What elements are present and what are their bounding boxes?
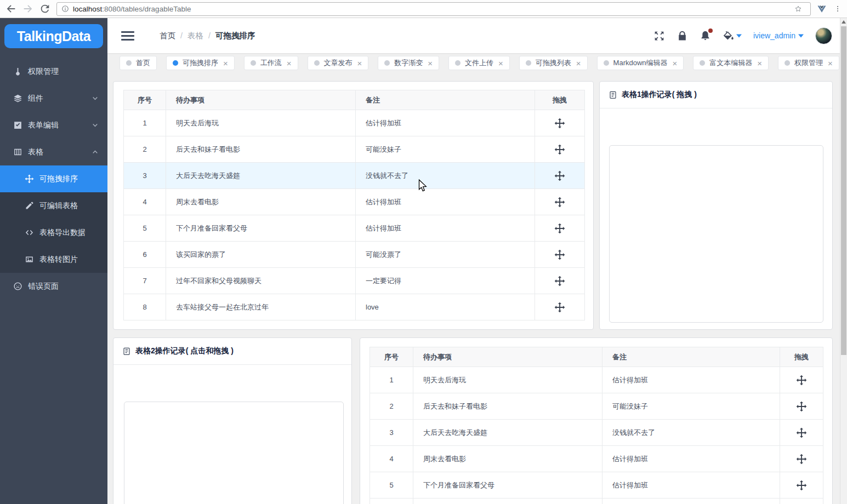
draggable-table-2: 序号待办事项备注拖拽1明天去后海玩估计得加班2后天去和妹子看电影可能没妹子3大后… (370, 347, 823, 504)
drag-handle-icon[interactable] (554, 118, 565, 129)
sidebar-item[interactable]: 表格 (0, 139, 107, 165)
logo[interactable]: TalkingData (0, 18, 107, 54)
table-row[interactable]: 3大后天去吃海天盛筵没钱就不去了 (124, 163, 585, 189)
bookmark-star-icon[interactable] (794, 5, 802, 13)
username: iview_admin (753, 31, 795, 40)
tab-可拖拽列表[interactable]: 可拖拽列表× (519, 56, 588, 70)
table-row[interactable]: 4周末去看电影估计得加班 (124, 189, 585, 215)
tab-Markdown编辑器[interactable]: Markdown编辑器× (597, 56, 684, 70)
table-row[interactable]: 7过年不回家和父母视频聊天一定要记得 (124, 268, 585, 294)
tab-label: 数字渐变 (394, 58, 423, 68)
tab-dot-icon (384, 60, 390, 66)
table-row[interactable]: 4周末去看电影估计得加班 (370, 446, 823, 472)
tab-close-icon[interactable]: × (428, 59, 433, 67)
tab-文章发布[interactable]: 文章发布× (308, 56, 369, 70)
cell-index: 8 (124, 294, 166, 320)
breadcrumb-item[interactable]: 表格 (187, 31, 203, 41)
tab-close-icon[interactable]: × (498, 59, 503, 67)
browser-forward-icon[interactable] (22, 3, 34, 15)
tables-icon (13, 147, 22, 157)
tab-close-icon[interactable]: × (757, 59, 762, 67)
cell-index: 2 (370, 393, 413, 420)
cell-index: 3 (370, 420, 413, 446)
tab-close-icon[interactable]: × (287, 59, 292, 67)
table-row[interactable]: 8去车站接父母一起在北京过年love (124, 294, 585, 320)
tab-close-icon[interactable]: × (828, 59, 833, 67)
drag-sort-icon (25, 174, 34, 184)
hamburger-menu-icon[interactable] (121, 31, 134, 41)
drag-handle-icon[interactable] (796, 427, 807, 438)
address-bar[interactable]: localhost:8080/tables/dragableTable (56, 2, 811, 16)
table-row[interactable]: 1明天去后海玩估计得加班 (124, 110, 585, 136)
scrollbar-thumb[interactable] (841, 26, 846, 355)
scroll-up-icon[interactable] (840, 18, 847, 26)
page-scrollbar[interactable] (840, 18, 847, 504)
sidebar-item[interactable]: 可拖拽排序 (0, 165, 107, 192)
table-row[interactable]: 6该买回家的票了可能没票了 (124, 242, 585, 268)
drag-handle-icon[interactable] (554, 197, 565, 208)
cell-drag (780, 393, 823, 420)
browser-refresh-icon[interactable] (39, 3, 51, 15)
tab-富文本编辑器[interactable]: 富文本编辑器× (693, 56, 769, 70)
drag-handle-icon[interactable] (796, 480, 807, 491)
cell-index: 3 (124, 163, 166, 189)
table-row[interactable]: 2后天去和妹子看电影可能没妹子 (370, 393, 823, 420)
tab-首页[interactable]: 首页 (120, 56, 157, 70)
browser-back-icon[interactable] (5, 3, 17, 15)
drag-handle-icon[interactable] (554, 276, 565, 287)
theme-switch-dropdown[interactable] (723, 30, 742, 42)
info-icon[interactable] (61, 5, 69, 13)
table-row[interactable]: 3大后天去吃海天盛筵没钱就不去了 (370, 420, 823, 446)
table-row[interactable]: 5下个月准备回家看父母估计得加班 (370, 472, 823, 499)
app-header: 首页/表格/可拖拽排序 iview_admin (107, 18, 840, 53)
cell-note: 估计得加班 (356, 189, 535, 215)
tab-label: 富文本编辑器 (709, 58, 752, 68)
notifications-icon[interactable] (700, 30, 711, 42)
tab-文件上传[interactable]: 文件上传× (448, 56, 510, 70)
drag-handle-icon[interactable] (554, 170, 565, 181)
sidebar-item[interactable]: 表格导出数据 (0, 219, 107, 246)
drag-handle-icon[interactable] (796, 454, 807, 465)
vue-devtools-icon[interactable] (816, 4, 827, 14)
fullscreen-icon[interactable] (653, 30, 665, 42)
sidebar-item[interactable]: 表格转图片 (0, 246, 107, 273)
avatar[interactable] (815, 27, 832, 44)
tab-close-icon[interactable]: × (357, 59, 362, 67)
breadcrumb: 首页/表格/可拖拽排序 (160, 31, 255, 41)
drag-handle-icon[interactable] (796, 401, 807, 412)
tab-close-icon[interactable]: × (576, 59, 581, 67)
tab-工作流[interactable]: 工作流× (244, 56, 298, 70)
table-row[interactable]: 5下个月准备回家看父母估计得加班 (124, 215, 585, 242)
sidebar-item-label: 表格转图片 (39, 255, 78, 265)
tab-可拖拽排序[interactable]: 可拖拽排序× (166, 56, 235, 70)
cell-todo: 周末去看电影 (166, 189, 356, 215)
sidebar-item[interactable]: 可编辑表格 (0, 192, 107, 219)
sidebar-item[interactable]: 组件 (0, 85, 107, 112)
sidebar-item[interactable]: 错误页面 (0, 273, 107, 300)
browser-menu-icon[interactable] (834, 4, 842, 14)
drag-handle-icon[interactable] (796, 375, 807, 386)
cell-drag (780, 367, 823, 393)
drag-handle-icon[interactable] (554, 302, 565, 313)
table-row[interactable]: 6该买回家的票了可能没票了 (370, 499, 823, 504)
sidebar-item[interactable]: 表单编辑 (0, 112, 107, 139)
breadcrumb-item[interactable]: 首页 (160, 31, 175, 41)
drag-handle-icon[interactable] (554, 144, 565, 155)
tab-权限管理[interactable]: 权限管理× (778, 56, 839, 70)
drag-handle-icon[interactable] (554, 249, 565, 260)
cell-index: 7 (124, 268, 166, 294)
sidebar-item[interactable]: 权限管理 (0, 58, 107, 85)
table-row[interactable]: 1明天去后海玩估计得加班 (370, 367, 823, 393)
tab-数字渐变[interactable]: 数字渐变× (378, 56, 439, 70)
sidebar-item-label: 表格 (28, 147, 43, 157)
tab-close-icon[interactable]: × (223, 59, 228, 67)
tab-dot-icon (785, 60, 790, 66)
drag-handle-icon[interactable] (554, 223, 565, 234)
column-header: 备注 (356, 90, 535, 110)
export-data-icon (25, 228, 34, 237)
tab-close-icon[interactable]: × (673, 59, 678, 67)
lock-icon[interactable] (677, 30, 688, 42)
table-row[interactable]: 2后天去和妹子看电影可能没妹子 (124, 136, 585, 163)
table1-record-card: 表格1操作记录( 拖拽 ) (599, 81, 833, 330)
user-dropdown[interactable]: iview_admin (753, 31, 804, 40)
